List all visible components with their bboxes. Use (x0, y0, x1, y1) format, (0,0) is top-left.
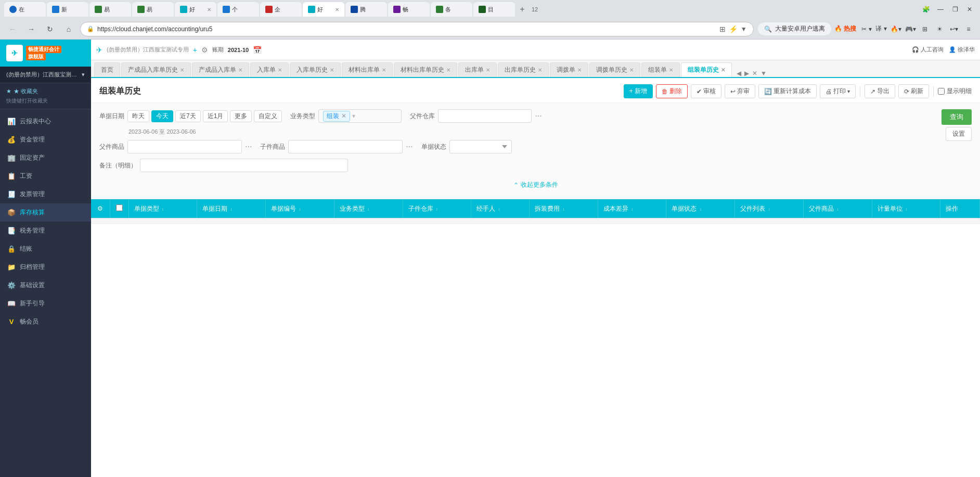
review-btn[interactable]: ✔ 审核 (691, 84, 721, 98)
calendar-icon[interactable]: 📅 (253, 46, 262, 54)
today-btn[interactable]: 今天 (151, 110, 173, 122)
tab-close-8[interactable]: ✕ (335, 7, 339, 12)
forward-btn[interactable]: → (24, 22, 38, 36)
sidebar-item-archive[interactable]: 📁 归档管理 (0, 258, 91, 276)
new-btn[interactable]: + 新增 (624, 84, 653, 98)
cut-tool[interactable]: ✂ ▾ (860, 23, 873, 35)
sidebar-item-reports[interactable]: 📊 云报表中心 (0, 112, 91, 131)
sun-tool[interactable]: ☀ (933, 23, 946, 35)
export-btn[interactable]: ↗ 导出 (865, 84, 895, 98)
parent-goods-input[interactable] (127, 140, 242, 153)
col-parent-goods[interactable]: 父件商品 ↕ (803, 199, 872, 218)
col-parent-list[interactable]: 父件列表 ↕ (735, 199, 804, 218)
sidebar-item-membership[interactable]: V 畅会员 (0, 313, 91, 331)
col-child-warehouse[interactable]: 子件仓库 ↕ (403, 199, 471, 218)
browser-tab-9[interactable]: 腾 (345, 2, 387, 17)
col-disassembly-fee[interactable]: 拆装费用 ↕ (529, 199, 598, 218)
address-bar[interactable]: 🔒 https://cloud.chanjet.com/accounting/u… (80, 22, 754, 36)
minimize-btn[interactable]: — (934, 3, 947, 16)
tab-mat-out-hist[interactable]: 材料出库单历史 ✕ (394, 62, 457, 77)
col-handler[interactable]: 经手人 ↕ (471, 199, 530, 218)
add-company-icon[interactable]: + (193, 46, 197, 54)
tab-prod-in[interactable]: 产成品入库单 ✕ (192, 62, 249, 77)
tab-out-hist[interactable]: 出库单历史 ✕ (498, 62, 549, 77)
query-btn[interactable]: 查询 (942, 109, 972, 125)
tab-mat-out[interactable]: 材料出库单 ✕ (342, 62, 393, 77)
service-btn[interactable]: 🎧 人工咨询 (912, 46, 944, 54)
home-btn[interactable]: ⌂ (61, 22, 76, 36)
company-selector[interactable]: (勿册勿禁用）江西服宝测试专用 ▾ (0, 67, 91, 83)
child-goods-dots[interactable]: ··· (406, 142, 412, 151)
undo-tool[interactable]: ↩▾ (948, 23, 960, 35)
translate-tool[interactable]: 译 ▾ (875, 23, 887, 35)
delete-btn[interactable]: 🗑 删除 (656, 84, 688, 98)
tab-close-5[interactable]: ✕ (207, 7, 211, 12)
select-all-checkbox[interactable] (116, 204, 123, 211)
filter-settings-btn[interactable]: 设置 (946, 127, 972, 141)
settings-gear-icon[interactable]: ⚙ (201, 46, 208, 54)
browser-tab-8[interactable]: 好 ✕ (303, 2, 344, 17)
sidebar-item-payroll[interactable]: 📋 工资 (0, 167, 91, 185)
show-detail-input[interactable] (938, 88, 945, 95)
col-cost-diff[interactable]: 成本差异 ↕ (598, 199, 666, 218)
col-doc-no[interactable]: 单据编号 ↕ (266, 199, 334, 218)
qr-icon[interactable]: ⊞ (719, 25, 726, 33)
tab-next-icon[interactable]: ▶ (743, 70, 751, 77)
col-unit[interactable]: 计量单位 ↕ (872, 199, 940, 218)
tab-prev-icon[interactable]: ◀ (735, 70, 743, 77)
sidebar-item-funds[interactable]: 💰 资金管理 (0, 131, 91, 149)
col-doc-status[interactable]: 单据状态 ↕ (666, 199, 735, 218)
parent-warehouse-dots[interactable]: ··· (535, 111, 541, 121)
biz-type-dropdown-icon[interactable]: ▾ (352, 112, 355, 120)
tab-assembly-hist[interactable]: 组装单历史 ✕ (681, 62, 732, 77)
horizontal-scrollbar[interactable] (91, 218, 980, 224)
tab-prod-in-hist[interactable]: 产成品入库单历史 ✕ (121, 62, 191, 77)
show-detail-checkbox[interactable]: 显示明细 (938, 87, 972, 96)
tab-close-prod-in[interactable]: ✕ (238, 67, 242, 73)
custom-btn[interactable]: 自定义 (254, 110, 282, 122)
browser-tab-12[interactable]: 目 (473, 2, 515, 17)
browser-tab-10[interactable]: 畅 (388, 2, 430, 17)
tab-in-order[interactable]: 入库单 ✕ (250, 62, 289, 77)
col-biz-type[interactable]: 业务类型 ↕ (334, 199, 403, 218)
doc-status-select[interactable]: 待审核 已审核 (449, 140, 512, 153)
back-btn[interactable]: ← (5, 22, 20, 36)
col-doc-date[interactable]: 单据日期 ↕ (197, 199, 266, 218)
tab-assembly[interactable]: 组装单 ✕ (641, 62, 680, 77)
tab-close-mat-out[interactable]: ✕ (382, 67, 386, 73)
menu-btn[interactable]: ≡ (962, 23, 975, 35)
extensions-btn[interactable]: 🧩 (920, 3, 932, 16)
child-goods-input[interactable] (288, 140, 403, 153)
user-profile[interactable]: 👤 徐泽华 (949, 46, 975, 54)
browser-tab-2[interactable]: 新 (47, 2, 88, 17)
col-settings[interactable]: ⚙ (91, 199, 110, 218)
tab-close-out-order[interactable]: ✕ (486, 67, 490, 73)
browser-tab-6[interactable]: 个 (217, 2, 259, 17)
favorites-title[interactable]: ★ ★ 收藏夹 (6, 87, 85, 95)
tab-transfer[interactable]: 调拨单 ✕ (550, 62, 588, 77)
abandon-btn[interactable]: ↩ 弃审 (725, 84, 755, 98)
more-btn[interactable]: 更多 (230, 110, 252, 122)
browser-tab-5[interactable]: 好 ✕ (175, 2, 216, 17)
refresh-btn[interactable]: ⟳ 刷新 (898, 84, 929, 98)
parent-goods-dots[interactable]: ··· (245, 142, 252, 151)
tab-transfer-hist[interactable]: 调拨单历史 ✕ (589, 62, 640, 77)
browser-tab-3[interactable]: 易 (89, 2, 131, 17)
tab-home[interactable]: 首页 (94, 62, 120, 77)
remark-input[interactable] (140, 159, 348, 172)
hot-tag[interactable]: 🔥 热搜 (834, 24, 856, 33)
browser-tab-11[interactable]: 各 (431, 2, 472, 17)
sidebar-item-fixed-assets[interactable]: 🏢 固定资产 (0, 149, 91, 167)
yesterday-btn[interactable]: 昨天 (127, 110, 149, 122)
sidebar-item-inventory[interactable]: 📦 库存核算 (0, 203, 91, 222)
col-doc-type[interactable]: 单据类型 ↕ (128, 199, 197, 218)
tab-close-transfer-hist[interactable]: ✕ (629, 67, 634, 73)
biz-type-tag-close[interactable]: ✕ (341, 112, 346, 120)
sidebar-item-tax[interactable]: 📑 税务管理 (0, 222, 91, 240)
collapse-btn[interactable]: ⌃ 收起更多条件 (99, 177, 972, 192)
tab-close-assembly-hist[interactable]: ✕ (721, 67, 725, 73)
tab-close-assembly[interactable]: ✕ (669, 67, 673, 73)
sidebar-item-settings[interactable]: ⚙️ 基础设置 (0, 276, 91, 294)
1month-btn[interactable]: 近1月 (203, 110, 228, 122)
browser-tab-4[interactable]: 易 (132, 2, 174, 17)
